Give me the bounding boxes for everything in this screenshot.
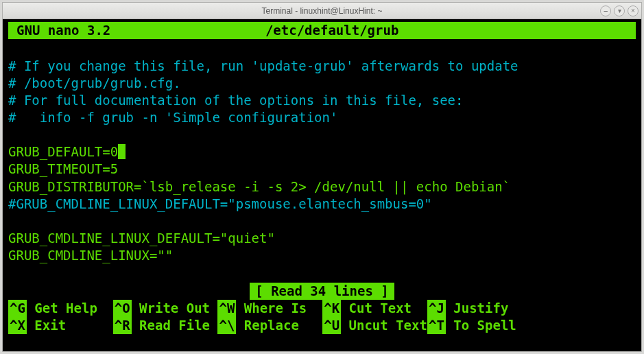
nano-header-bar: GNU nano 3.2 /etc/default/grub bbox=[8, 22, 636, 39]
maximize-button[interactable]: ▾ bbox=[614, 5, 625, 16]
shortcut-label: Write Out bbox=[132, 300, 218, 317]
shortcut-item[interactable]: ^\ Replace bbox=[217, 317, 322, 334]
editor-line[interactable]: GRUB_CMDLINE_LINUX="" bbox=[8, 247, 636, 264]
shortcut-key: ^J bbox=[427, 300, 446, 317]
editor-line[interactable]: GRUB_TIMEOUT=5 bbox=[8, 161, 636, 178]
shortcut-item[interactable]: ^J Justify bbox=[427, 300, 508, 317]
shortcut-label: Justify bbox=[446, 300, 509, 317]
nano-shortcuts: ^G Get Help ^O Write Out ^W Where Is ^K … bbox=[8, 300, 636, 334]
window-titlebar: Terminal - linuxhint@LinuxHint: ~ ‒ ▾ × bbox=[3, 3, 641, 19]
shortcut-key: ^G bbox=[8, 300, 27, 317]
shortcut-key: ^R bbox=[113, 317, 132, 334]
editor-line[interactable]: GRUB_DISTRIBUTOR=`lsb_release -i -s 2> /… bbox=[8, 178, 636, 196]
shortcut-key: ^T bbox=[427, 317, 446, 334]
editor-line[interactable]: # If you change this file, run 'update-g… bbox=[8, 58, 636, 75]
editor-line[interactable]: GRUB_DEFAULT=0 bbox=[8, 143, 636, 161]
editor-line[interactable]: # For full documentation of the options … bbox=[8, 92, 636, 109]
nano-status: [ Read 34 lines ] bbox=[250, 283, 394, 300]
shortcut-item[interactable]: ^T To Spell bbox=[427, 317, 516, 334]
window-title: Terminal - linuxhint@LinuxHint: ~ bbox=[262, 6, 383, 16]
minimize-button[interactable]: ‒ bbox=[600, 5, 611, 16]
shortcut-item[interactable]: ^O Write Out bbox=[113, 300, 218, 317]
shortcut-key: ^W bbox=[217, 300, 236, 317]
shortcut-item[interactable]: ^K Cut Text bbox=[322, 300, 427, 317]
shortcut-row: ^G Get Help ^O Write Out ^W Where Is ^K … bbox=[8, 300, 636, 317]
shortcut-item[interactable]: ^X Exit bbox=[8, 317, 113, 334]
close-button[interactable]: × bbox=[628, 5, 639, 16]
shortcut-row: ^X Exit ^R Read File ^\ Replace ^U Uncut… bbox=[8, 317, 636, 334]
nano-version: GNU nano 3.2 bbox=[8, 22, 110, 39]
shortcut-key: ^O bbox=[113, 300, 132, 317]
shortcut-label: Read File bbox=[132, 317, 218, 334]
terminal-viewport[interactable]: GNU nano 3.2 /etc/default/grub # If you … bbox=[3, 19, 641, 351]
shortcut-key: ^\ bbox=[217, 317, 236, 334]
shortcut-label: Exit bbox=[27, 317, 113, 334]
shortcut-item[interactable]: ^W Where Is bbox=[217, 300, 322, 317]
shortcut-item[interactable]: ^U Uncut Text bbox=[322, 317, 427, 334]
editor-line[interactable] bbox=[8, 213, 636, 230]
editor-content[interactable]: # If you change this file, run 'update-g… bbox=[8, 58, 636, 264]
shortcut-item[interactable]: ^R Read File bbox=[113, 317, 218, 334]
window-controls: ‒ ▾ × bbox=[600, 5, 639, 16]
terminal-window: Terminal - linuxhint@LinuxHint: ~ ‒ ▾ × … bbox=[2, 2, 642, 352]
shortcut-label: Get Help bbox=[27, 300, 113, 317]
editor-line[interactable]: GRUB_CMDLINE_LINUX_DEFAULT="quiet" bbox=[8, 230, 636, 247]
editor-line[interactable]: # /boot/grub/grub.cfg. bbox=[8, 75, 636, 92]
shortcut-key: ^U bbox=[322, 317, 341, 334]
nano-filename: /etc/default/grub bbox=[110, 22, 553, 39]
shortcut-key: ^X bbox=[8, 317, 27, 334]
shortcut-item[interactable]: ^G Get Help bbox=[8, 300, 113, 317]
spacer bbox=[8, 40, 636, 58]
shortcut-label: Cut Text bbox=[341, 300, 427, 317]
shortcut-label: To Spell bbox=[446, 317, 516, 334]
shortcut-label: Replace bbox=[236, 317, 322, 334]
shortcut-label: Where Is bbox=[236, 300, 322, 317]
spacer bbox=[8, 264, 636, 281]
shortcut-key: ^K bbox=[322, 300, 341, 317]
shortcut-label: Uncut Text bbox=[341, 317, 427, 334]
editor-line[interactable] bbox=[8, 126, 636, 143]
editor-line[interactable]: # info -f grub -n 'Simple configuration' bbox=[8, 109, 636, 126]
editor-line[interactable]: #GRUB_CMDLINE_LINUX_DEFAULT="psmouse.ela… bbox=[8, 196, 636, 213]
nano-status-line: [ Read 34 lines ] bbox=[8, 283, 636, 300]
editor-cursor bbox=[118, 144, 126, 159]
